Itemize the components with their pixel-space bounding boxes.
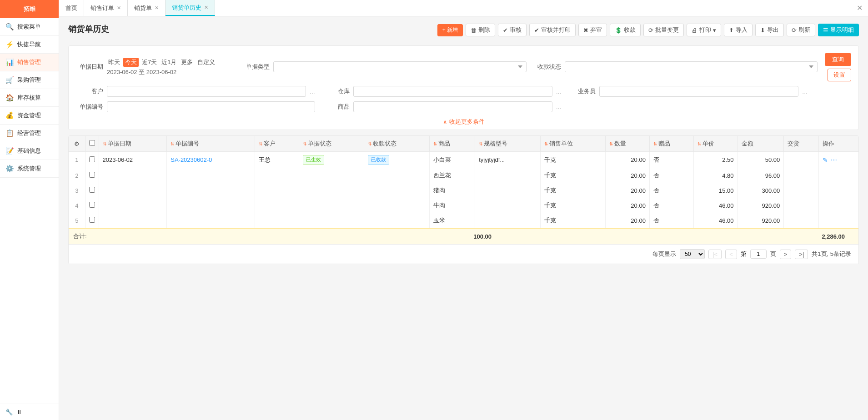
date-tab-today[interactable]: 今天 bbox=[123, 58, 139, 67]
first-page-button[interactable]: |< bbox=[708, 250, 722, 259]
sidebar-settings-btn[interactable]: 🔧 ⏸ bbox=[0, 404, 59, 420]
row-qty: 20.00 bbox=[606, 198, 650, 213]
select-all-checkbox[interactable] bbox=[89, 140, 95, 146]
collection-status-label: 收款状态 bbox=[534, 63, 561, 71]
import-button[interactable]: ⬆ 导入 bbox=[724, 24, 753, 36]
tab-sales-delivery[interactable]: 销货单 ✕ bbox=[128, 0, 166, 16]
row-amount: 300.00 bbox=[738, 183, 784, 198]
setting-button[interactable]: 设置 bbox=[828, 69, 851, 81]
row-checkbox-cell[interactable] bbox=[85, 168, 99, 183]
export-button[interactable]: ⬇ 导出 bbox=[755, 24, 784, 36]
row-checkbox[interactable] bbox=[89, 187, 95, 193]
close-sales-order-icon[interactable]: ✕ bbox=[117, 5, 121, 11]
row-doc-date: 2023-06-02 bbox=[99, 152, 167, 168]
row-checkbox-cell[interactable] bbox=[85, 198, 99, 213]
product-input[interactable] bbox=[353, 101, 552, 112]
sidebar-item-quick-nav[interactable]: ⚡ 快捷导航 bbox=[0, 36, 59, 54]
row-unit-price: 2.50 bbox=[693, 152, 738, 168]
th-checkbox[interactable] bbox=[85, 136, 99, 152]
batch-change-button[interactable]: ⟳ 批量变更 bbox=[643, 24, 684, 36]
sidebar-item-purchase-mgmt[interactable]: 🛒 采购管理 bbox=[0, 71, 59, 89]
show-detail-icon: ☰ bbox=[823, 27, 828, 34]
page-label-before: 第 bbox=[741, 250, 747, 258]
th-customer[interactable]: ⇅ 客户 bbox=[255, 136, 299, 152]
th-sales-unit[interactable]: ⇅ 销售单位 bbox=[540, 136, 605, 152]
export-icon: ⬇ bbox=[760, 27, 765, 34]
sidebar-item-inventory[interactable]: 🏠 库存核算 bbox=[0, 89, 59, 107]
new-button[interactable]: + 新增 bbox=[437, 24, 463, 36]
th-product[interactable]: ⇅ 商品 bbox=[429, 136, 475, 152]
doc-no-input[interactable] bbox=[107, 101, 315, 112]
total-info: 共1页, 5条记录 bbox=[812, 250, 851, 258]
sidebar-item-operation-mgmt[interactable]: 📋 经营管理 bbox=[0, 125, 59, 142]
warehouse-dots[interactable]: ... bbox=[556, 88, 562, 95]
tab-home[interactable]: 首页 bbox=[59, 0, 84, 16]
date-tab-custom[interactable]: 自定义 bbox=[196, 58, 216, 67]
close-all-tabs-button[interactable]: ✕ bbox=[851, 4, 868, 12]
date-tabs: 昨天 今天 近7天 近1月 更多 自定义 bbox=[107, 58, 216, 67]
th-qty[interactable]: ⇅ 数量 bbox=[606, 136, 650, 152]
sidebar-item-basic-info[interactable]: 📝 基础信息 bbox=[0, 142, 59, 160]
sort-icon: ⇅ bbox=[544, 141, 548, 146]
th-unit-price[interactable]: ⇅ 单价 bbox=[693, 136, 738, 152]
date-tab-7days[interactable]: 近7天 bbox=[140, 58, 158, 67]
print-icon: 🖨 bbox=[692, 27, 697, 34]
date-tab-yesterday[interactable]: 昨天 bbox=[107, 58, 121, 67]
page-input[interactable] bbox=[750, 250, 767, 259]
th-gift[interactable]: ⇅ 赠品 bbox=[649, 136, 693, 152]
sidebar-item-label: 搜索菜单 bbox=[17, 23, 41, 31]
close-sales-history-icon[interactable]: ✕ bbox=[204, 5, 208, 10]
sidebar-item-search-menu[interactable]: 🔍 搜索菜单 bbox=[0, 18, 59, 36]
date-tab-more[interactable]: 更多 bbox=[180, 58, 194, 67]
row-checkbox[interactable] bbox=[89, 217, 95, 223]
th-doc-status[interactable]: ⇅ 单据状态 bbox=[299, 136, 364, 152]
audit-button[interactable]: ✔ 审核 bbox=[498, 24, 527, 36]
row-checkbox-cell[interactable] bbox=[85, 183, 99, 198]
th-doc-no[interactable]: ⇅ 单据编号 bbox=[167, 136, 255, 152]
next-page-button[interactable]: > bbox=[780, 250, 792, 259]
delete-button[interactable]: 🗑 删除 bbox=[466, 24, 495, 36]
sidebar-item-finance-mgmt[interactable]: 💰 资金管理 bbox=[0, 107, 59, 125]
edit-icon[interactable]: ✎ bbox=[823, 156, 828, 164]
sidebar-item-system-mgmt[interactable]: ⚙️ 系统管理 bbox=[0, 160, 59, 178]
row-checkbox[interactable] bbox=[89, 202, 95, 208]
row-action bbox=[819, 213, 858, 228]
sidebar: 拓维 🔍 搜索菜单 ⚡ 快捷导航 📊 销售管理 🛒 采购管理 🏠 库存核算 💰 … bbox=[0, 0, 59, 420]
collect-button[interactable]: 💲 收款 bbox=[610, 24, 641, 36]
doc-type-select[interactable] bbox=[273, 61, 527, 72]
th-doc-date[interactable]: ⇅ 单据日期 bbox=[99, 136, 167, 152]
warehouse-input[interactable] bbox=[353, 86, 552, 97]
row-checkbox[interactable] bbox=[89, 156, 95, 162]
customer-input[interactable] bbox=[107, 86, 306, 97]
salesperson-dots[interactable]: ... bbox=[802, 88, 808, 95]
product-dots[interactable]: ... bbox=[556, 103, 562, 110]
last-page-button[interactable]: >| bbox=[795, 250, 808, 259]
row-checkbox-cell[interactable] bbox=[85, 213, 99, 228]
refresh-button[interactable]: ⟳ 刷新 bbox=[787, 24, 815, 36]
query-button[interactable]: 查询 bbox=[825, 53, 851, 66]
per-page-select[interactable]: 50 10 20 100 bbox=[680, 249, 705, 259]
th-gear[interactable]: ⚙ bbox=[69, 136, 85, 152]
more-icon[interactable]: ⋯ bbox=[831, 156, 837, 164]
sidebar-item-sales-mgmt[interactable]: 📊 销售管理 bbox=[0, 54, 59, 71]
th-spec-model[interactable]: ⇅ 规格型号 bbox=[475, 136, 540, 152]
collapse-row[interactable]: ∧ 收起更多条件 bbox=[76, 117, 851, 126]
close-sales-delivery-icon[interactable]: ✕ bbox=[155, 5, 159, 11]
sidebar-item-label: 系统管理 bbox=[17, 165, 41, 173]
tab-sales-history[interactable]: 销货单历史 ✕ bbox=[166, 0, 215, 16]
salesperson-input[interactable] bbox=[599, 86, 798, 97]
tab-sales-order[interactable]: 销售订单 ✕ bbox=[84, 0, 128, 16]
row-checkbox[interactable] bbox=[89, 172, 95, 178]
tab-sales-order-label: 销售订单 bbox=[90, 4, 114, 12]
row-checkbox-cell[interactable] bbox=[85, 152, 99, 168]
prev-page-button[interactable]: < bbox=[725, 250, 737, 259]
th-collection-status[interactable]: ⇅ 收款状态 bbox=[364, 136, 429, 152]
collection-status-select[interactable] bbox=[565, 61, 818, 72]
row-action: ✎ ⋯ bbox=[819, 152, 858, 168]
customer-dots[interactable]: ... bbox=[310, 88, 315, 95]
show-detail-button[interactable]: ☰ 显示明细 bbox=[818, 24, 859, 36]
date-tab-1month[interactable]: 近1月 bbox=[160, 58, 178, 67]
abandon-button[interactable]: ✖ 弃审 bbox=[578, 24, 607, 36]
audit-print-button[interactable]: ✔ 审核并打印 bbox=[529, 24, 576, 36]
print-button[interactable]: 🖨 打印 ▾ bbox=[687, 24, 721, 36]
